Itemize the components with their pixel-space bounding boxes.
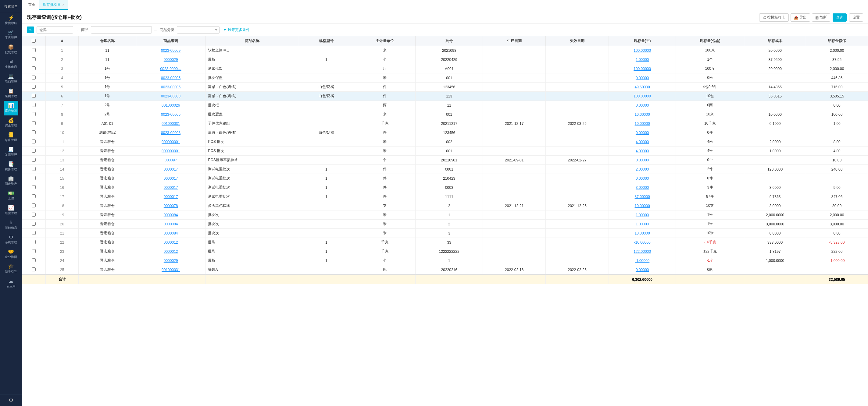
sidebar-item-税务管理[interactable]: 📑税务管理 bbox=[4, 159, 18, 174]
cell-8-3[interactable]: 001000031 bbox=[136, 119, 205, 128]
cell-21-3[interactable]: 0000012 bbox=[136, 238, 205, 247]
row-checkbox[interactable] bbox=[32, 103, 36, 107]
row-checkbox[interactable] bbox=[32, 121, 36, 125]
sidebar-item-资金管理[interactable]: 💰资金管理 bbox=[4, 115, 18, 130]
row-checkbox[interactable] bbox=[32, 66, 36, 70]
sidebar-item-固定资产[interactable]: 🏢固定资产 bbox=[4, 174, 18, 189]
cell-20-0[interactable] bbox=[22, 229, 46, 238]
row-checkbox[interactable] bbox=[32, 149, 36, 153]
cell-2-0[interactable] bbox=[22, 64, 46, 73]
cell-20-3[interactable]: 0000084 bbox=[136, 229, 205, 238]
cell-23-10[interactable]: -1.00000 bbox=[609, 256, 676, 265]
tab-close-btn[interactable]: × bbox=[62, 3, 64, 6]
cell-21-0[interactable] bbox=[22, 238, 46, 247]
sidebar-item-电商管理[interactable]: 💻电商管理 bbox=[4, 72, 18, 86]
sidebar-item-新手引导[interactable]: 🎓新手引导 bbox=[4, 262, 18, 276]
cell-3-10[interactable]: 0.00000 bbox=[609, 73, 676, 82]
cell-1-0[interactable] bbox=[22, 55, 46, 64]
sidebar-item-小雅电商[interactable]: 🖥小雅电商 bbox=[4, 57, 18, 72]
sidebar-item-库存核算[interactable]: 📊库存核算 bbox=[4, 101, 18, 115]
row-checkbox[interactable] bbox=[32, 185, 36, 189]
cell-2-10[interactable]: 100.00000 bbox=[609, 64, 676, 73]
cell-11-0[interactable] bbox=[22, 146, 46, 156]
cell-19-10[interactable]: 1.00000 bbox=[609, 219, 676, 229]
cell-24-10[interactable]: 0.00000 bbox=[609, 265, 676, 275]
row-checkbox[interactable] bbox=[32, 194, 36, 198]
cell-7-0[interactable] bbox=[22, 110, 46, 119]
cell-9-0[interactable] bbox=[22, 128, 46, 137]
row-checkbox[interactable] bbox=[32, 167, 36, 171]
cell-12-10[interactable]: 0.00000 bbox=[609, 156, 676, 165]
cell-7-10[interactable]: 10.00000 bbox=[609, 110, 676, 119]
cell-14-0[interactable] bbox=[22, 174, 46, 183]
cell-16-3[interactable]: 0000017 bbox=[136, 192, 205, 201]
query-button[interactable]: 查询 bbox=[833, 13, 847, 22]
row-checkbox[interactable] bbox=[32, 267, 36, 271]
cell-1-3[interactable]: 0000029 bbox=[136, 55, 205, 64]
cell-24-0[interactable] bbox=[22, 265, 46, 275]
cell-22-10[interactable]: 122.00000 bbox=[609, 247, 676, 256]
cell-17-10[interactable]: 10.00000 bbox=[609, 201, 676, 210]
cell-12-3[interactable]: 000097 bbox=[136, 156, 205, 165]
cell-17-3[interactable]: 0000078 bbox=[136, 201, 205, 210]
cell-14-3[interactable]: 0000017 bbox=[136, 174, 205, 183]
expand-filter-btn[interactable]: ▼ 展开更多条件 bbox=[223, 27, 250, 33]
action-btn-导出[interactable]: 📤导出 bbox=[790, 13, 810, 22]
cell-10-3[interactable]: 000900001 bbox=[136, 137, 205, 146]
cell-14-10[interactable]: 0.00000 bbox=[609, 174, 676, 183]
cell-23-3[interactable]: 0000029 bbox=[136, 256, 205, 265]
row-checkbox[interactable] bbox=[32, 240, 36, 244]
cell-1-10[interactable]: 1.00000 bbox=[609, 55, 676, 64]
cell-23-0[interactable] bbox=[22, 256, 46, 265]
sidebar-item-系统管理[interactable]: ⚙系统管理 bbox=[4, 232, 18, 247]
row-checkbox[interactable] bbox=[32, 139, 36, 143]
cell-7-3[interactable]: 0023-00005 bbox=[136, 110, 205, 119]
cell-6-0[interactable] bbox=[22, 101, 46, 110]
row-checkbox[interactable] bbox=[32, 85, 36, 89]
cell-24-3[interactable]: 001000031 bbox=[136, 265, 205, 275]
settings-button[interactable]: 设置 bbox=[849, 13, 863, 22]
cell-16-10[interactable]: 87.00000 bbox=[609, 192, 676, 201]
cell-3-0[interactable] bbox=[22, 73, 46, 82]
cell-4-10[interactable]: 49.60000 bbox=[609, 82, 676, 92]
cell-13-10[interactable]: 2.00000 bbox=[609, 165, 676, 174]
sidebar-item-经营管理[interactable]: 📈经营管理 bbox=[4, 203, 18, 218]
sidebar-item-发票管理[interactable]: 🧾发票管理 bbox=[4, 145, 18, 159]
row-checkbox[interactable] bbox=[32, 203, 36, 207]
cell-11-10[interactable]: 4.00000 bbox=[609, 146, 676, 156]
warehouse-filter[interactable] bbox=[37, 26, 73, 34]
cell-15-3[interactable]: 0000017 bbox=[136, 183, 205, 192]
row-checkbox[interactable] bbox=[32, 249, 36, 253]
cell-20-10[interactable]: 10.00000 bbox=[609, 229, 676, 238]
cell-13-0[interactable] bbox=[22, 165, 46, 174]
cell-0-0[interactable] bbox=[22, 46, 46, 55]
cell-15-10[interactable]: 3.00000 bbox=[609, 183, 676, 192]
row-checkbox[interactable] bbox=[32, 130, 36, 134]
action-btn-按模板打印[interactable]: 🖨按模板打印 bbox=[759, 13, 789, 22]
cell-12-0[interactable] bbox=[22, 156, 46, 165]
action-btn-简断[interactable]: ▦简断 bbox=[812, 13, 830, 22]
cell-8-10[interactable]: 10.00000 bbox=[609, 119, 676, 128]
cell-15-0[interactable] bbox=[22, 183, 46, 192]
cell-6-3[interactable]: 001000026 bbox=[136, 101, 205, 110]
row-checkbox[interactable] bbox=[32, 57, 36, 61]
filter-nav-arrow[interactable]: » bbox=[27, 27, 34, 33]
sidebar-item-工资[interactable]: 💵工资 bbox=[4, 189, 18, 203]
select-all-checkbox[interactable] bbox=[32, 39, 36, 43]
cell-6-10[interactable]: 0.00000 bbox=[609, 101, 676, 110]
product-filter[interactable] bbox=[91, 26, 152, 34]
row-checkbox[interactable] bbox=[32, 176, 36, 180]
cell-22-3[interactable]: 0000012 bbox=[136, 247, 205, 256]
cell-4-3[interactable]: 0023-00005 bbox=[136, 82, 205, 92]
sidebar-item-零售管理[interactable]: 🛒零售管理 bbox=[4, 28, 18, 42]
cell-8-0[interactable] bbox=[22, 119, 46, 128]
row-checkbox[interactable] bbox=[32, 112, 36, 116]
cell-9-3[interactable]: 0023-00008 bbox=[136, 128, 205, 137]
row-checkbox[interactable] bbox=[32, 231, 36, 235]
sidebar-item-快捷导航[interactable]: ⚡快捷导航 bbox=[4, 13, 18, 28]
cell-0-10[interactable]: 100.00000 bbox=[609, 46, 676, 55]
cell-5-0[interactable] bbox=[22, 92, 46, 101]
row-checkbox[interactable] bbox=[32, 212, 36, 216]
tab-首页[interactable]: 首页 bbox=[24, 0, 39, 10]
cell-17-0[interactable] bbox=[22, 201, 46, 210]
